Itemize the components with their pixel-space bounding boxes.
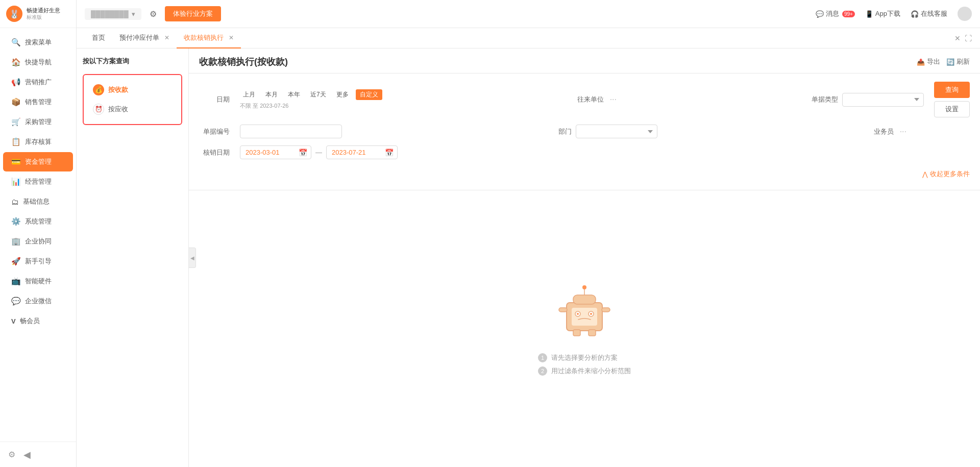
- filter-row-2: 单据编号 部门 业务员 ···: [199, 125, 970, 138]
- operation-icon: 📊: [11, 177, 21, 186]
- svg-rect-10: [602, 308, 610, 312]
- guide-icon: 🚀: [11, 257, 21, 266]
- date-custom-badge[interactable]: 自定义: [356, 89, 382, 100]
- gear-icon[interactable]: ⚙: [150, 9, 157, 19]
- collapse-sidebar-icon[interactable]: ◀: [23, 449, 31, 460]
- logo-area: 🐰 畅捷通好生意 标准版: [0, 0, 76, 28]
- page-header: 收款核销执行(按收款) 📤 导出 🔄 刷新: [189, 48, 980, 73]
- industry-solution-button[interactable]: 体验行业方案: [165, 6, 221, 21]
- brand-text: ████████: [91, 10, 129, 18]
- step2-num: 2: [538, 366, 547, 376]
- bill-type-select[interactable]: [842, 93, 924, 107]
- message-badge: 99+: [842, 11, 855, 17]
- tabs-bar: 首页 预付冲应付单 ✕ 收款核销执行 ✕ ✕ ⛶: [77, 28, 980, 48]
- receivable-icon: ⏰: [93, 104, 104, 115]
- tab-prepay-close[interactable]: ✕: [164, 34, 169, 41]
- app-name: 畅捷通好生意: [27, 7, 60, 14]
- panel-title: 按以下方案查询: [83, 55, 182, 68]
- svg-point-4: [577, 313, 579, 315]
- sidebar-item-sales[interactable]: 📦 销售管理: [3, 92, 73, 112]
- tab-writeoff[interactable]: 收款核销执行 ✕: [177, 28, 241, 48]
- date-tab-7days[interactable]: 近7天: [307, 89, 329, 100]
- refresh-button[interactable]: 🔄 刷新: [946, 57, 970, 66]
- app-sub: 标准版: [27, 14, 60, 21]
- writeoff-date-range: 📅 — 📅: [240, 145, 398, 159]
- logo-icon: 🐰: [6, 6, 22, 22]
- counterpart-dots: ···: [610, 95, 617, 104]
- date-tab-this-month[interactable]: 本月: [262, 89, 281, 100]
- hardware-icon: 📺: [11, 277, 21, 286]
- empty-step-1: 1 请先选择要分析的方案: [538, 351, 631, 364]
- export-button[interactable]: 📤 导出: [917, 57, 940, 66]
- date-quick-tabs: 上月 本月 本年 近7天 更多 自定义: [240, 89, 382, 100]
- sidebar-item-marketing[interactable]: 📢 营销推广: [3, 72, 73, 92]
- page-title: 收款核销执行(按收款): [199, 56, 288, 68]
- sidebar-item-operation[interactable]: 📊 经营管理: [3, 172, 73, 191]
- message-button[interactable]: 💬 消息 99+: [816, 9, 855, 18]
- sidebar-item-hardware[interactable]: 📺 智能硬件: [3, 272, 73, 291]
- sidebar-item-basic-info[interactable]: 🗂 基础信息: [3, 192, 73, 211]
- sidebar-item-quicknav[interactable]: 🏠 快捷导航: [3, 53, 73, 72]
- app-download-button[interactable]: 📱 App下载: [865, 9, 900, 18]
- collapse-panel-button[interactable]: ◀: [189, 248, 196, 268]
- staff-label: 业务员: [874, 127, 894, 136]
- app-icon: 📱: [865, 10, 873, 18]
- bill-no-input[interactable]: [240, 125, 342, 138]
- topbar-right: 💬 消息 99+ 📱 App下载 🎧 在线客服: [816, 7, 972, 21]
- collapse-more-button[interactable]: ⋀ 收起更多条件: [199, 166, 970, 182]
- bill-no-label: 单据编号: [199, 127, 230, 136]
- sidebar-item-system[interactable]: ⚙️ 系统管理: [3, 212, 73, 231]
- tabs-right-controls: ✕ ⛶: [954, 34, 972, 42]
- topbar: ████████ ▾ ⚙ 体验行业方案 💬 消息 99+ 📱 App下载 🎧 在…: [77, 0, 980, 28]
- staff-dots: ···: [900, 127, 906, 136]
- settings-button[interactable]: 设置: [934, 101, 970, 117]
- basicinfo-icon: 🗂: [11, 198, 19, 206]
- sidebar-item-purchase[interactable]: 🛒 采购管理: [3, 112, 73, 132]
- refresh-icon: 🔄: [946, 58, 954, 66]
- panel-highlighted-items: 💰 按收款 ⏰ 按应收: [83, 74, 182, 125]
- settings-bottom-icon[interactable]: ⚙: [8, 450, 15, 459]
- tab-writeoff-close[interactable]: ✕: [229, 34, 234, 41]
- empty-illustration: [554, 280, 615, 341]
- sidebar-item-wxwork[interactable]: 💬 企业微信: [3, 291, 73, 311]
- empty-state: 1 请先选择要分析的方案 2 用过滤条件来缩小分析范围: [189, 190, 980, 467]
- counterpart-filter-group: 往来单位 ···: [577, 95, 617, 104]
- sidebar-item-member[interactable]: V 畅会员: [3, 311, 73, 331]
- sidebar: 🐰 畅捷通好生意 标准版 🔍 搜索菜单 🏠 快捷导航 📢 营销推广 📦 销售管理…: [0, 0, 77, 467]
- panel-item-by-receipt[interactable]: 💰 按收款: [88, 80, 177, 100]
- sidebar-item-search[interactable]: 🔍 搜索菜单: [3, 33, 73, 52]
- date-tab-last-month[interactable]: 上月: [240, 89, 258, 100]
- writeoff-date-label: 核销日期: [199, 148, 230, 157]
- dept-select[interactable]: [576, 125, 657, 138]
- message-icon: 💬: [816, 10, 824, 18]
- date-tab-more[interactable]: 更多: [333, 89, 352, 100]
- tab-prepay[interactable]: 预付冲应付单 ✕: [112, 28, 177, 48]
- tab-home[interactable]: 首页: [85, 28, 112, 48]
- user-avatar[interactable]: [958, 7, 972, 21]
- sidebar-item-enterprise[interactable]: 🏢 企业协同: [3, 232, 73, 251]
- date-tab-this-year[interactable]: 本年: [285, 89, 303, 100]
- search-icon: 🔍: [11, 38, 21, 47]
- sidebar-item-finance[interactable]: 💳 资金管理: [3, 152, 73, 171]
- left-panel-wrapper: 按以下方案查询 💰 按收款 ⏰ 按应收 ◀: [77, 48, 189, 467]
- brand-name-display: ████████ ▾: [85, 8, 141, 20]
- counterpart-label: 往来单位: [577, 95, 604, 104]
- sidebar-bottom: ⚙ ◀: [0, 441, 76, 467]
- online-service-button[interactable]: 🎧 在线客服: [911, 9, 947, 18]
- filter-row-1: 日期 上月 本月 本年 近7天 更多 自定义 不限 至: [199, 82, 970, 117]
- dropdown-icon[interactable]: ▾: [132, 10, 135, 18]
- date-separator: —: [315, 149, 322, 156]
- service-icon: 🎧: [911, 10, 919, 18]
- purchase-icon: 🛒: [11, 117, 21, 127]
- close-tab-icon[interactable]: ✕: [954, 34, 961, 42]
- topbar-brand: ████████ ▾ ⚙ 体验行业方案: [85, 6, 816, 21]
- inventory-icon: 📋: [11, 137, 21, 146]
- wxwork-icon: 💬: [11, 297, 21, 306]
- action-buttons: 查询 设置: [934, 82, 970, 117]
- query-button[interactable]: 查询: [934, 82, 970, 98]
- maximize-icon[interactable]: ⛶: [965, 34, 972, 42]
- panel-item-by-receivable[interactable]: ⏰ 按应收: [88, 100, 177, 119]
- finance-icon: 💳: [11, 157, 21, 166]
- sidebar-item-guide[interactable]: 🚀 新手引导: [3, 252, 73, 271]
- sidebar-item-inventory[interactable]: 📋 库存核算: [3, 132, 73, 152]
